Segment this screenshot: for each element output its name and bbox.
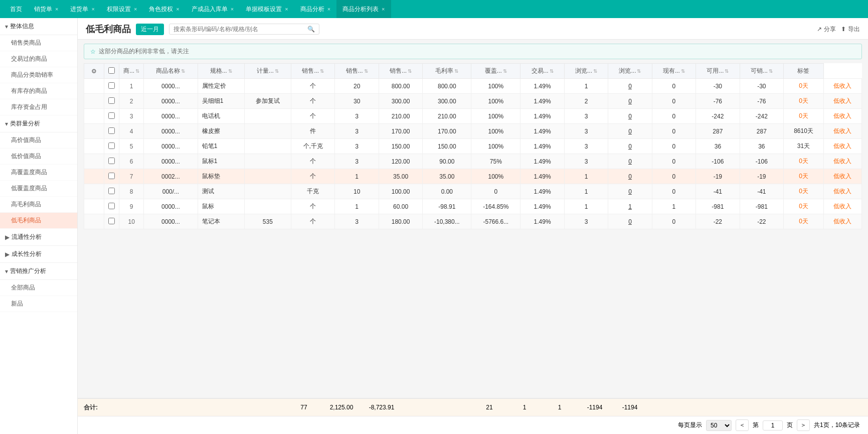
row-sellable-8: 0天 (784, 199, 824, 214)
row-browse1-9[interactable]: 0 (608, 214, 652, 229)
next-page-button[interactable]: ＞ (797, 419, 810, 431)
row-checkbox-0[interactable] (104, 79, 119, 94)
row-browse1-1[interactable]: 0 (608, 94, 652, 109)
nav-product-analysis[interactable]: 商品分析 × (294, 0, 336, 18)
row-sales-amount-2: 210.00 (423, 109, 471, 124)
sidebar-group-overall[interactable]: ▾ 整体信息 (0, 18, 77, 35)
row-name-4[interactable]: 铅笔1 (198, 139, 244, 154)
close-role-auth[interactable]: × (176, 6, 179, 12)
share-button[interactable]: ↗ 分享 (817, 25, 836, 34)
close-product-entry[interactable]: × (231, 6, 234, 12)
nav-permissions[interactable]: 权限设置 × (101, 0, 143, 18)
row-name-0[interactable]: 属性定价 (198, 79, 244, 94)
export-button[interactable]: ⬆ 导出 (841, 25, 860, 34)
content-area: 低毛利商品 近一月 🔍 ↗ 分享 ⬆ 导出 ☆ 这部分商品的利润非常低，请关注 (78, 18, 868, 434)
sidebar-item-traded-products[interactable]: 交易过的商品 (0, 51, 77, 67)
row-gross-margin-7: 0 (471, 184, 520, 199)
th-spec[interactable]: 规格...⇅ (198, 64, 244, 79)
sidebar-group-marketing[interactable]: ▾ 营销推广分析 (0, 263, 77, 280)
close-purchase-order[interactable]: × (91, 6, 94, 12)
row-checkbox-7[interactable] (104, 184, 119, 199)
close-template-settings[interactable]: × (285, 6, 288, 12)
sidebar-item-new-products[interactable]: 新品 (0, 296, 77, 312)
th-tag[interactable]: 标签 (784, 64, 824, 79)
sidebar-item-all-products[interactable]: 全部商品 (0, 280, 77, 296)
select-all-checkbox[interactable] (108, 67, 115, 74)
table-container[interactable]: ⚙ 商...⇅ 商品名称⇅ 规格...⇅ 计量...⇅ 销售...⇅ 销售...… (84, 63, 862, 398)
th-unit[interactable]: 计量...⇅ (244, 64, 291, 79)
row-browse1-7[interactable]: 0 (608, 184, 652, 199)
row-code-3: 0000... (144, 124, 198, 139)
prev-page-button[interactable]: ＜ (736, 419, 749, 431)
close-sales-order[interactable]: × (55, 6, 58, 12)
th-current-stock[interactable]: 现有...⇅ (652, 64, 696, 79)
row-checkbox-1[interactable] (104, 94, 119, 109)
sidebar-item-high-margin[interactable]: 高毛利商品 (0, 197, 77, 213)
row-name-6[interactable]: 鼠标垫 (198, 169, 244, 184)
th-coverage[interactable]: 覆盖...⇅ (471, 64, 520, 79)
row-checkbox-2[interactable] (104, 109, 119, 124)
sidebar-item-high-coverage[interactable]: 高覆盖度商品 (0, 165, 77, 181)
sidebar-group-growth[interactable]: ▶ 成长性分析 (0, 246, 77, 263)
th-available[interactable]: 可用...⇅ (696, 64, 740, 79)
row-browse1-3[interactable]: 0 (608, 124, 652, 139)
close-permissions[interactable]: × (134, 6, 137, 12)
sidebar-item-category-rate[interactable]: 商品分类助销率 (0, 67, 77, 83)
th-name[interactable]: 商品名称⇅ (144, 64, 198, 79)
th-sales-amount[interactable]: 销售...⇅ (379, 64, 422, 79)
nav-home[interactable]: 首页 (4, 0, 28, 18)
nav-sales-order[interactable]: 销货单 × (28, 0, 64, 18)
th-sales-qty[interactable]: 销售...⇅ (291, 64, 334, 79)
th-sellable[interactable]: 可销...⇅ (740, 64, 783, 79)
row-checkbox-8[interactable] (104, 199, 119, 214)
th-checkbox[interactable] (104, 64, 119, 79)
sidebar-group-circulation[interactable]: ▶ 流通性分析 (0, 229, 77, 246)
sidebar-item-high-value[interactable]: 高价值商品 (0, 132, 77, 149)
th-gross-margin[interactable]: 毛利率⇅ (423, 64, 471, 79)
nav-template-settings[interactable]: 单据模板设置 × (240, 0, 294, 18)
row-name-8[interactable]: 鼠标 (198, 199, 244, 214)
close-product-analysis[interactable]: × (327, 6, 330, 12)
th-sales-price[interactable]: 销售...⇅ (335, 64, 379, 79)
row-browse1-4[interactable]: 0 (608, 139, 652, 154)
row-name-3[interactable]: 橡皮擦 (198, 124, 244, 139)
page-size-select[interactable]: 50 100 200 (706, 420, 732, 431)
row-checkbox-5[interactable] (104, 154, 119, 169)
sidebar-item-in-stock[interactable]: 有库存的商品 (0, 83, 77, 99)
date-filter-button[interactable]: 近一月 (136, 24, 164, 35)
th-code[interactable]: 商...⇅ (119, 64, 144, 79)
row-browse1-8[interactable]: 1 (608, 199, 652, 214)
search-input[interactable] (173, 26, 307, 33)
nav-purchase-order[interactable]: 进货单 × (64, 0, 100, 18)
row-browse1-6[interactable]: 0 (608, 169, 652, 184)
row-browse1-2[interactable]: 0 (608, 109, 652, 124)
sidebar-item-capital-usage[interactable]: 库存资金占用 (0, 99, 77, 115)
sidebar-item-low-value[interactable]: 低价值商品 (0, 149, 77, 165)
sidebar-item-sales-products[interactable]: 销售类商品 (0, 35, 77, 51)
search-icon[interactable]: 🔍 (307, 26, 315, 33)
row-checkbox-9[interactable] (104, 214, 119, 229)
row-checkbox-4[interactable] (104, 139, 119, 154)
nav-role-auth[interactable]: 角色授权 × (143, 0, 185, 18)
row-name-7[interactable]: 测试 (198, 184, 244, 199)
row-browse1-0[interactable]: 0 (608, 79, 652, 94)
table-row: 2 0000... 吴细细1 参加复试 个 30 300.00 300.00 1… (84, 94, 862, 109)
row-checkbox-3[interactable] (104, 124, 119, 139)
th-transaction[interactable]: 交易...⇅ (520, 64, 564, 79)
row-name-5[interactable]: 鼠标1 (198, 154, 244, 169)
row-checkbox-6[interactable] (104, 169, 119, 184)
th-browse2[interactable]: 浏览...⇅ (608, 64, 652, 79)
th-settings[interactable]: ⚙ (84, 64, 104, 79)
row-name-1[interactable]: 吴细细1 (198, 94, 244, 109)
nav-product-analysis-list[interactable]: 商品分析列表 × (336, 0, 391, 18)
sidebar-item-low-margin[interactable]: 低毛利商品 (0, 213, 77, 229)
sidebar-item-low-coverage[interactable]: 低覆盖度商品 (0, 181, 77, 197)
nav-product-entry[interactable]: 产成品入库单 × (186, 0, 240, 18)
sidebar-group-cluster[interactable]: ▾ 类群量分析 (0, 115, 77, 132)
close-product-analysis-list[interactable]: × (382, 6, 385, 12)
page-number-input[interactable] (763, 420, 783, 430)
row-name-9[interactable]: 笔记本 (198, 214, 244, 229)
row-browse1-5[interactable]: 0 (608, 154, 652, 169)
th-browse1[interactable]: 浏览...⇅ (564, 64, 608, 79)
row-name-2[interactable]: 电话机 (198, 109, 244, 124)
